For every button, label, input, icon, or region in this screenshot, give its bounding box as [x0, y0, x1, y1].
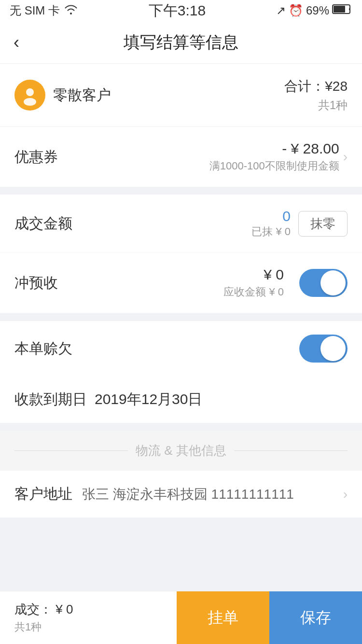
transaction-value: 0 — [251, 208, 291, 224]
prepaid-row: 冲预收 ¥ 0 应收金额 ¥ 0 — [0, 253, 362, 313]
avatar — [14, 80, 45, 111]
toggle-knob — [320, 270, 346, 295]
customer-right: 合计：¥28 共1种 — [284, 77, 348, 113]
bottom-bar: 成交： ¥ 0 共1种 挂单 保存 — [0, 591, 362, 644]
prepaid-amount: ¥ 0 — [223, 266, 284, 283]
signal-text: 无 SIM 卡 — [10, 3, 60, 18]
status-left: 无 SIM 卡 — [10, 3, 78, 18]
content-area: 零散客户 合计：¥28 共1种 优惠券 - ¥ 28.00 满1000-100不… — [0, 64, 362, 622]
location-icon: ↗ — [276, 4, 286, 17]
customer-count: 共1种 — [284, 98, 348, 113]
debt-section: 本单赊欠 收款到期日 2019年12月30日 — [0, 321, 362, 423]
bottom-transaction-amount: ¥ 0 — [56, 602, 73, 616]
round-zero-button[interactable]: 抹零 — [298, 211, 348, 237]
back-button[interactable]: ‹ — [14, 32, 19, 53]
debt-toggle-knob — [320, 336, 346, 361]
save-button[interactable]: 保存 — [269, 591, 362, 644]
logistics-divider: 物流 & 其他信息 — [0, 431, 362, 471]
address-section: 客户地址 张三 海淀永丰科技园 11111111111 › — [0, 471, 362, 518]
transaction-label: 成交金额 — [14, 214, 72, 234]
alarm-icon: ⏰ — [289, 4, 303, 17]
svg-rect-1 — [334, 6, 345, 13]
debt-toggle[interactable] — [299, 335, 348, 363]
battery-percent: 69% — [306, 4, 329, 17]
coupon-amount: - ¥ 28.00 — [209, 140, 339, 157]
customer-row: 零散客户 合计：¥28 共1种 — [0, 64, 362, 126]
page-title: 填写结算等信息 — [124, 31, 238, 54]
prepaid-row-top: 冲预收 ¥ 0 应收金额 ¥ 0 — [14, 266, 348, 299]
prepaid-label: 冲预收 — [14, 273, 58, 293]
svg-point-2 — [26, 88, 34, 96]
address-row[interactable]: 客户地址 张三 海淀永丰科技园 11111111111 › — [0, 471, 362, 518]
bottom-info: 成交： ¥ 0 共1种 — [0, 591, 177, 644]
transaction-sub: 已抹 ¥ 0 — [251, 224, 291, 239]
due-date-label: 收款到期日 — [14, 390, 87, 409]
prepaid-toggle[interactable] — [299, 269, 348, 297]
coupon-info: - ¥ 28.00 满1000-100不限制使用金额 — [209, 140, 339, 173]
bottom-transaction-label: 成交： — [14, 602, 52, 616]
address-chevron-icon: › — [343, 487, 348, 502]
transaction-section: 成交金额 0 已抹 ¥ 0 抹零 冲预收 ¥ 0 应收金额 ¥ 0 — [0, 195, 362, 313]
coupon-label: 优惠券 — [14, 147, 58, 167]
status-bar: 无 SIM 卡 下午3:18 ↗ ⏰ 69% — [0, 0, 362, 21]
debt-row: 本单赊欠 — [0, 321, 362, 376]
coupon-row[interactable]: 优惠券 - ¥ 28.00 满1000-100不限制使用金额 › — [0, 126, 362, 187]
customer-left: 零散客户 — [14, 80, 111, 111]
customer-name: 零散客户 — [53, 85, 111, 105]
customer-section: 零散客户 合计：¥28 共1种 优惠券 - ¥ 28.00 满1000-100不… — [0, 64, 362, 187]
transaction-row: 成交金额 0 已抹 ¥ 0 抹零 — [0, 195, 362, 253]
bottom-count: 共1种 — [14, 620, 162, 634]
empty-space — [0, 525, 362, 564]
coupon-desc: 满1000-100不限制使用金额 — [209, 159, 339, 173]
logistics-label: 物流 & 其他信息 — [136, 442, 226, 459]
address-value: 张三 海淀永丰科技园 11111111111 — [82, 485, 343, 504]
wifi-icon — [64, 4, 78, 17]
status-time: 下午3:18 — [149, 1, 206, 21]
prepaid-right: ¥ 0 应收金额 ¥ 0 — [223, 266, 284, 299]
due-date-value: 2019年12月30日 — [95, 390, 202, 409]
due-date-row: 收款到期日 2019年12月30日 — [0, 376, 362, 423]
prepaid-sub: 应收金额 ¥ 0 — [223, 285, 284, 299]
transaction-right: 0 已抹 ¥ 0 抹零 — [251, 208, 348, 239]
status-right: ↗ ⏰ 69% — [276, 4, 352, 17]
bottom-transaction: 成交： ¥ 0 — [14, 601, 162, 618]
guadan-button[interactable]: 挂单 — [177, 591, 269, 644]
customer-total: 合计：¥28 — [284, 77, 348, 96]
debt-label: 本单赊欠 — [14, 339, 72, 359]
coupon-right: - ¥ 28.00 满1000-100不限制使用金额 › — [209, 140, 348, 173]
address-label: 客户地址 — [14, 484, 72, 504]
chevron-right-icon: › — [343, 149, 348, 165]
nav-bar: ‹ 填写结算等信息 — [0, 21, 362, 64]
battery-icon — [332, 4, 352, 17]
svg-point-3 — [24, 98, 36, 106]
